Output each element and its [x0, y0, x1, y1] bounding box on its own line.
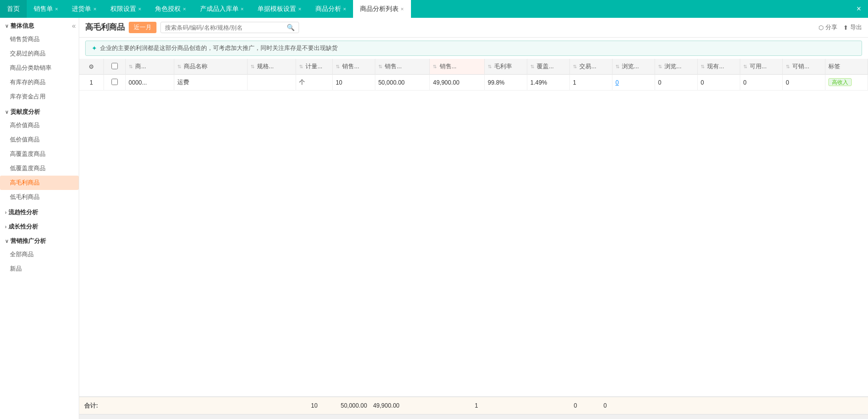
nav-permission-settings[interactable]: 权限设置 ×: [103, 0, 148, 18]
col-unit[interactable]: ⇅ 计量...: [296, 59, 332, 75]
sidebar-group-trend[interactable]: › 流趋性分析: [0, 204, 79, 219]
filter-recent-month-btn[interactable]: 近一月: [129, 22, 156, 33]
resize-col-sellable[interactable]: [823, 59, 825, 74]
sidebar-item-traded-goods[interactable]: 交易过的商品: [0, 47, 79, 61]
info-icon: ✦: [92, 45, 97, 52]
sidebar-item-high-margin[interactable]: 高毛利商品: [0, 176, 79, 190]
col-browse2[interactable]: ⇅ 浏览...: [655, 59, 697, 75]
nav-product-analysis-list[interactable]: 商品分析列表 ×: [353, 0, 410, 18]
resize-col-name[interactable]: [245, 59, 247, 74]
col-transactions[interactable]: ⇅ 交易...: [569, 59, 612, 75]
arrow-marketing: ∨: [5, 238, 8, 244]
sidebar-item-low-margin[interactable]: 低毛利商品: [0, 190, 79, 204]
close-product-warehouse[interactable]: ×: [241, 6, 244, 12]
nav-product-warehouse[interactable]: 产成品入库单 ×: [193, 0, 251, 18]
data-table: ⚙ ⇅ 商... ⇅ 商品名称: [79, 59, 868, 91]
col-tag[interactable]: 标签: [825, 59, 868, 75]
browse1-link[interactable]: 0: [615, 79, 619, 86]
col-index: ⚙: [79, 59, 103, 75]
sort-icon-sales-amount: ⇅: [378, 64, 382, 69]
nav-sales-order[interactable]: 销售单 ×: [27, 0, 65, 18]
nav-template-settings[interactable]: 单据模板设置 ×: [251, 0, 308, 18]
content-header: 高毛利商品 近一月 🔍 ⬡ 分享 ⬆ 导出: [79, 18, 868, 38]
footer-current-stock: 0: [571, 402, 601, 409]
col-sales-amount[interactable]: ⇅ 销售...: [375, 59, 430, 75]
sidebar-item-low-value[interactable]: 低价值商品: [0, 133, 79, 147]
sidebar-item-high-value[interactable]: 高价值商品: [0, 118, 79, 133]
sidebar-item-high-coverage[interactable]: 高覆盖度商品: [0, 147, 79, 161]
col-sales-qty[interactable]: ⇅ 销售...: [332, 59, 375, 75]
content-area: 高毛利商品 近一月 🔍 ⬡ 分享 ⬆ 导出 ✦ 企业的主要的利润都是这部分商品创…: [79, 18, 868, 419]
col-available[interactable]: ⇅ 可用...: [740, 59, 782, 75]
sidebar-group-overall[interactable]: ∨ 整体信息: [0, 18, 79, 32]
resize-col-tag[interactable]: [866, 59, 868, 74]
resize-col-sales-amount[interactable]: [427, 59, 429, 74]
cell-index: 1: [79, 75, 103, 91]
sidebar-item-stock-goods[interactable]: 有库存的商品: [0, 75, 79, 90]
cell-sellable: 0: [782, 75, 825, 91]
footer-sales-net: 49,900.00: [370, 402, 402, 409]
close-purchase-order[interactable]: ×: [93, 6, 96, 12]
sidebar-item-sales-goods[interactable]: 销售货商品: [0, 32, 79, 47]
search-input[interactable]: [165, 24, 287, 31]
sidebar-item-low-coverage[interactable]: 低覆盖度商品: [0, 161, 79, 176]
sidebar-item-category-rate[interactable]: 商品分类助销率: [0, 61, 79, 75]
cell-code: 0000...: [125, 75, 174, 91]
close-product-analysis-list[interactable]: ×: [401, 6, 404, 12]
cell-spec: [247, 75, 296, 91]
resize-col-sales-qty[interactable]: [373, 59, 375, 74]
col-coverage[interactable]: ⇅ 覆盖...: [527, 59, 569, 75]
close-permission-settings[interactable]: ×: [138, 6, 141, 12]
share-btn[interactable]: ⬡ 分享: [818, 23, 837, 32]
search-icon[interactable]: 🔍: [287, 24, 295, 31]
nav-product-analysis[interactable]: 商品分析 ×: [308, 0, 353, 18]
col-browse1[interactable]: ⇅ 浏览...: [612, 59, 655, 75]
sort-icon-sellable: ⇅: [786, 64, 790, 69]
table-container[interactable]: ⚙ ⇅ 商... ⇅ 商品名称: [79, 59, 868, 396]
sidebar-item-new-goods[interactable]: 新品: [0, 262, 79, 276]
col-name[interactable]: ⇅ 商品名称: [174, 59, 247, 75]
col-gross-rate[interactable]: ⇅ 毛利率: [485, 59, 527, 75]
resize-col-unit[interactable]: [330, 59, 332, 74]
col-spec[interactable]: ⇅ 规格...: [247, 59, 296, 75]
nav-purchase-order[interactable]: 进货单 ×: [65, 0, 103, 18]
sidebar-item-all-goods[interactable]: 全部商品: [0, 247, 79, 262]
close-product-analysis[interactable]: ×: [343, 6, 346, 12]
sidebar-collapse-btn[interactable]: «: [72, 22, 76, 30]
export-icon: ⬆: [843, 24, 848, 31]
resize-col-spec[interactable]: [294, 59, 296, 74]
settings-icon[interactable]: ⚙: [89, 63, 94, 70]
sort-icon-gross-rate: ⇅: [488, 64, 492, 69]
close-sales-order[interactable]: ×: [55, 6, 58, 12]
col-sellable[interactable]: ⇅ 可销...: [782, 59, 825, 75]
sidebar-group-marketing[interactable]: ∨ 营销推广分析: [0, 233, 79, 247]
resize-col-browse2[interactable]: [695, 59, 697, 74]
arrow-growth: ›: [5, 224, 6, 230]
select-all-checkbox[interactable]: [111, 63, 118, 69]
col-current-stock[interactable]: ⇅ 现有...: [697, 59, 740, 75]
col-code[interactable]: ⇅ 商...: [125, 59, 174, 75]
close-template-settings[interactable]: ×: [298, 6, 301, 12]
sidebar-item-stock-capital[interactable]: 库存资金占用: [0, 90, 79, 104]
close-role-auth[interactable]: ×: [183, 6, 186, 12]
close-all-btn[interactable]: ×: [850, 4, 868, 13]
resize-col-gross-rate[interactable]: [525, 59, 527, 74]
footer-spacer-checkbox: [122, 402, 140, 409]
sidebar-group-growth[interactable]: › 成长性分析: [0, 219, 79, 233]
export-btn[interactable]: ⬆ 导出: [843, 23, 862, 32]
footer-cell-unit: [278, 402, 308, 409]
col-sales-net[interactable]: ⇅ 销售...: [430, 59, 485, 75]
footer-spacer-browse1: [502, 402, 536, 409]
row-checkbox[interactable]: [111, 79, 118, 85]
sidebar-group-contribution[interactable]: ∨ 贡献度分析: [0, 104, 79, 118]
nav-home[interactable]: 首页: [0, 0, 27, 18]
resize-col-code[interactable]: [172, 59, 174, 74]
nav-role-auth[interactable]: 角色授权 ×: [148, 0, 193, 18]
resize-col-coverage[interactable]: [567, 59, 569, 74]
resize-col-current-stock[interactable]: [738, 59, 740, 74]
scrollbar-area[interactable]: [79, 414, 868, 419]
resize-col-browse1[interactable]: [653, 59, 655, 74]
resize-col-sales-net[interactable]: [482, 59, 484, 74]
resize-col-available[interactable]: [780, 59, 782, 74]
resize-col-transactions[interactable]: [610, 59, 612, 74]
